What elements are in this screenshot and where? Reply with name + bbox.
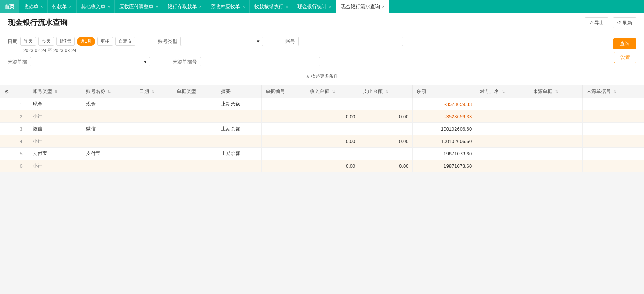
row-gear-cell [0,148,14,160]
date-label: 日期 [8,38,17,45]
nav-tab-receivable-adjust[interactable]: 应收应付调整单 × [115,0,163,13]
th-account-name[interactable]: 账号名称 ⇅ [82,85,135,98]
top-nav: 首页 收款单 × 付款单 × 其他收入单 × 应收应付调整单 × 银行存取款单 … [0,0,644,13]
cash-bank-flow-tab-label: 现金银行流水查询 [341,3,380,10]
row-income: 0.00 [306,135,359,148]
table-row: 2小计0.000.00-3528659.33 [0,110,644,123]
row-source-doc-no [582,123,644,135]
nav-tab-prepay-offset[interactable]: 预收冲应收单 × [206,0,249,13]
receipt-tab-close[interactable]: × [41,4,43,9]
cash-bank-stat-tab-close[interactable]: × [329,4,331,9]
receivable-adjust-tab-label: 应收应付调整单 [119,3,153,10]
th-summary: 摘要 [217,85,261,98]
row-counterpart [476,148,529,160]
home-tab-label: 首页 [5,3,14,10]
row-doc-type [173,98,217,110]
th-source-doc-no-label: 来源单据号 [587,88,611,94]
table-container: ⚙ 账号类型 ⇅ 账号名称 ⇅ 日期 ⇅ 单据类型 [0,85,644,172]
row-account-type: 小计 [29,110,82,123]
row-counterpart [476,98,529,110]
row-summary [217,160,261,172]
query-button[interactable]: 查询 [613,38,636,49]
collection-exec-tab-label: 收款核销执行 [254,3,284,10]
date-btn-yesterday[interactable]: 昨天 [20,37,36,46]
th-source-doc-no[interactable]: 来源单据号 ⇅ [582,85,644,98]
th-source-doc-label: 来源单据 [533,88,552,94]
th-gear[interactable]: ⚙ [0,85,14,98]
export-button[interactable]: ↗ 导出 [585,17,608,28]
cash-bank-stat-tab-label: 现金银行统计 [297,3,327,10]
date-btn-more[interactable]: 更多 [97,37,113,46]
payment-tab-label: 付款单 [52,3,67,10]
source-doc-label: 来源单据 [8,58,27,65]
other-income-tab-close[interactable]: × [108,4,110,9]
th-expense[interactable]: 支出金额 ⇅ [359,85,413,98]
page-title: 现金银行流水查询 [8,18,68,28]
receivable-adjust-tab-close[interactable]: × [156,4,158,9]
source-doc-select[interactable]: ▾ [30,57,150,66]
other-income-tab-label: 其他收入单 [81,3,105,10]
row-gear-cell [0,98,14,110]
th-date-label: 日期 [139,88,149,94]
row-doc-type [173,110,217,123]
refresh-button[interactable]: ↺ 刷新 [613,17,636,28]
account-filter-group: 账号 ... [285,37,414,46]
row-account-name: 支付宝 [82,148,135,160]
nav-tab-cash-bank-flow[interactable]: 现金银行流水查询 × [336,0,389,13]
th-account-type[interactable]: 账号类型 ⇅ [29,85,82,98]
account-dots[interactable]: ... [406,38,414,45]
th-balance: 余额 [413,85,476,98]
th-date[interactable]: 日期 ⇅ [135,85,173,98]
row-account-name [82,110,135,123]
cash-bank-flow-tab-close[interactable]: × [382,4,384,9]
nav-tab-bank-deposit[interactable]: 银行存取款单 × [163,0,206,13]
row-account-name: 现金 [82,98,135,110]
account-type-chevron: ▾ [257,39,260,44]
receipt-tab-label: 收款单 [24,3,38,10]
collection-exec-tab-close[interactable]: × [286,4,288,9]
row-source-doc [529,135,582,148]
table-header-row: ⚙ 账号类型 ⇅ 账号名称 ⇅ 日期 ⇅ 单据类型 [0,85,644,98]
date-btn-today[interactable]: 今天 [38,37,54,46]
nav-tab-receipt[interactable]: 收款单 × [19,0,48,13]
nav-tab-collection-exec[interactable]: 收款核销执行 × [250,0,293,13]
th-source-doc[interactable]: 来源单据 ⇅ [529,85,582,98]
account-input[interactable] [298,37,403,46]
source-doc-chevron: ▾ [144,59,147,64]
row-number: 1 [14,98,29,110]
bank-deposit-tab-close[interactable]: × [199,4,201,9]
export-label: 导出 [594,19,604,26]
source-doc-no-input[interactable] [200,57,320,66]
row-expense: 0.00 [359,110,413,123]
source-doc-no-label: 来源单据号 [173,58,197,65]
payment-tab-close[interactable]: × [69,4,71,9]
th-counterpart[interactable]: 对方户名 ⇅ [476,85,529,98]
row-source-doc [529,148,582,160]
th-balance-label: 余额 [416,88,426,94]
row-number: 3 [14,123,29,135]
collapse-button[interactable]: ∧ 收起更多条件 [302,72,342,80]
row-income [306,98,359,110]
row-source-doc-no [582,135,644,148]
row-expense [359,98,413,110]
source-doc-filter-group: 来源单据 ▾ [8,57,150,66]
date-btn-last1m[interactable]: 近1月 [77,37,95,46]
row-balance: 19871073.60 [413,148,476,160]
row-date [135,98,173,110]
row-account-name [82,160,135,172]
collapse-label: 收起更多条件 [311,73,338,79]
row-date [135,148,173,160]
nav-tab-home[interactable]: 首页 [0,0,19,13]
nav-tab-payment[interactable]: 付款单 × [48,0,76,13]
date-btn-custom[interactable]: 自定义 [115,37,135,46]
th-income[interactable]: 收入金额 ⇅ [306,85,359,98]
nav-tab-other-income[interactable]: 其他收入单 × [77,0,115,13]
date-btn-last7[interactable]: 近7天 [56,37,75,46]
row-account-type: 微信 [29,123,82,135]
settings-button[interactable]: 设置 [614,52,636,63]
nav-tab-cash-bank-stat[interactable]: 现金银行统计 × [293,0,336,13]
row-doc-no [261,98,306,110]
prepay-offset-tab-close[interactable]: × [242,4,245,9]
account-type-select[interactable]: ▾ [180,37,263,46]
date-range-display: 2023-02-24 至 2023-03-24 [23,48,76,53]
